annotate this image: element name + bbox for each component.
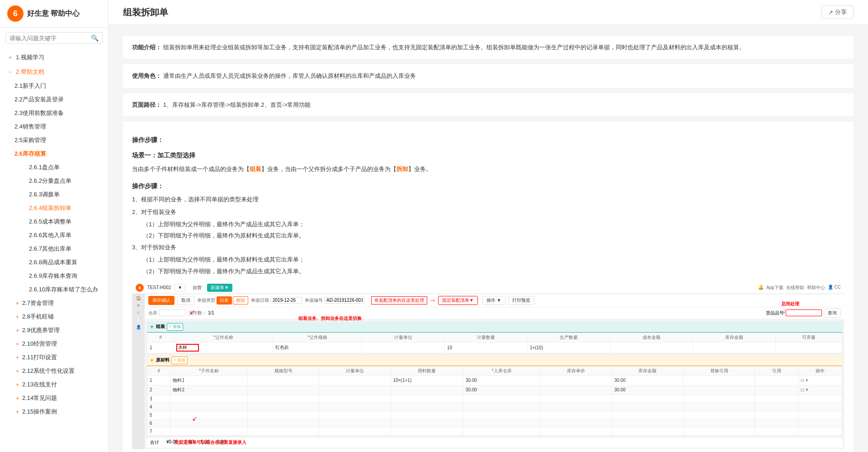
share-button[interactable]: ↗ 分享 <box>821 5 854 19</box>
sidebar-item-video[interactable]: ＋ 1.视频学习 <box>0 50 108 65</box>
sidebar-item-docs-21[interactable]: 2.1新手入门 <box>0 79 108 93</box>
sidebar-item-docs-215[interactable]: ＋ 2.15操作案例 <box>0 405 108 419</box>
main-content: 组装拆卸单 ↗ 分享 功能介绍： 组装拆卸单用来处理企业组装或拆卸等加工业务，支… <box>108 0 868 452</box>
lower-table-body: 1 物料1 10×(1+1) 30.00 30.00 <box>147 376 842 435</box>
sidebar-item-docs-269[interactable]: 2.6.9库存账本查询 <box>7 269 108 283</box>
app-field-warehouse-input[interactable] <box>159 309 186 316</box>
app-type-btn-disassembly[interactable]: 拆卸 <box>233 296 248 305</box>
expand-icon: ＋ <box>7 53 13 62</box>
lower-col-ref: 引用 <box>755 366 798 376</box>
sidebar-item-docs-2610[interactable]: 2.6.10库存账本错了怎么办 <box>7 283 108 296</box>
app-icon-center: 帮助中心 <box>807 285 825 291</box>
upper-row-1: 1 红色款 10 1×(10) <box>147 342 842 353</box>
sidebar-item-label: 2.帮助文档 <box>16 68 44 76</box>
app-tab-ziy[interactable]: 自营 <box>189 284 205 292</box>
lower-row2-del[interactable]: × <box>806 387 808 392</box>
sidebar-item-docs-213[interactable]: ＋ 2.13在线支付 <box>0 378 108 391</box>
sidebar-item-docs-264[interactable]: 2.6.4组装拆卸单 <box>7 201 108 215</box>
app-field-warehouse: 仓库 <box>148 309 186 316</box>
sidebar-sub-label: 2.5采购管理 <box>14 136 46 144</box>
lower-col-name: *子件名称 <box>170 366 247 376</box>
app-btn-save[interactable]: 保存确认 <box>148 296 175 305</box>
arrow-up-left: ↙ <box>190 308 195 315</box>
ops-title: 操作步骤： <box>132 136 844 144</box>
sidebar-sub-label: 2.15操作案例 <box>22 408 57 416</box>
sidebar-sub-label: 2.10经营管理 <box>22 340 57 348</box>
sidebar-item-docs-268[interactable]: 2.6.8商品成本重算 <box>7 256 108 269</box>
sidebar-item-docs-27[interactable]: ＋ 2.7资金管理 <box>0 296 108 310</box>
sidebar-sub2-label: 2.6.1盘点单 <box>29 163 60 171</box>
app-body: 🏠 ≡ ☆ 📄 👤 保存确认 取消 <box>132 294 844 449</box>
lower-row-6: 6 <box>147 419 842 427</box>
sidebar-item-docs-22[interactable]: 2.2产品安装及登录 <box>0 93 108 106</box>
app-field-type: 单据类型 组装 拆卸 <box>197 296 248 305</box>
app-field-qty-value: 1/1 <box>208 310 214 315</box>
nav-section: ＋ 1.视频学习 － 2.帮助文档 2.1新手入门 2.2产品安装及登录 2.3… <box>0 48 108 420</box>
app-input-enable[interactable] <box>786 309 822 316</box>
total-label: 合计 <box>150 439 159 446</box>
app-tab-new[interactable]: 新建单▼ <box>207 284 232 292</box>
sidebar-item-docs-24[interactable]: 2.4销售管理 <box>0 120 108 133</box>
app-btn-print[interactable]: 打印预览 <box>508 296 534 305</box>
upper-input-name[interactable] <box>176 344 199 352</box>
upper-col-no: # <box>147 333 174 342</box>
app-btn-query[interactable]: 查询 <box>824 309 841 318</box>
sidebar-item-docs-214[interactable]: ＋ 2.14常见问题 <box>0 391 108 405</box>
page-title: 组装拆卸单 <box>123 6 168 19</box>
app-lower-header: ▼ 原材料 + 添加 <box>147 355 842 366</box>
app-logo-small: 6 <box>136 284 144 292</box>
sidebar-item-docs-29[interactable]: ＋ 2.9优惠券管理 <box>0 324 108 337</box>
sidebar-sub-label: 2.4销售管理 <box>14 123 46 131</box>
sidebar-item-docs-28[interactable]: ＋ 2.8手机旺铺 <box>0 310 108 324</box>
sidebar-item-docs-262[interactable]: 2.6.2分量盘点单 <box>7 174 108 188</box>
step3-sub2: （2）下部明细为子件明细，最终作为产成品生成其它入库单。 <box>143 266 844 276</box>
app-btn-add-lower[interactable]: + 添加 <box>171 357 188 364</box>
search-box[interactable]: 🔍 <box>5 32 103 44</box>
lower-table-head: # *子件名称 规格型号 计量单位 用料数量 *入库仓库 库存单价 库存金额 <box>147 366 842 376</box>
upper-cell-avail <box>775 342 842 353</box>
app-btn-more[interactable]: 操作 ▼ <box>482 296 505 305</box>
sidebar-item-docs-23[interactable]: 2.3使用前数据准备 <box>0 106 108 120</box>
upper-col-stock: 库存金额 <box>693 333 775 342</box>
lower-section-icon: ▼ <box>150 358 154 363</box>
sidebar-item-docs-265[interactable]: 2.6.5成本调整单 <box>7 215 108 228</box>
sidebar-sub2-label: 2.6.9库存账本查询 <box>29 272 77 280</box>
search-icon[interactable]: 🔍 <box>91 34 99 42</box>
sidebar-item-docs-25[interactable]: 2.5采购管理 <box>0 133 108 147</box>
app-store-selector[interactable]: ▼ <box>175 284 185 291</box>
sidebar-item-docs-210[interactable]: ＋ 2.10经营管理 <box>0 337 108 351</box>
app-btn-cancel[interactable]: 取消 <box>177 296 194 305</box>
expand-icon8: ＋ <box>14 381 20 389</box>
sidebar-item-docs-211[interactable]: ＋ 2.11打印设置 <box>0 351 108 364</box>
sidebar-sub-label: 2.9优惠券管理 <box>22 326 60 334</box>
app-field-date-input[interactable] <box>270 297 302 304</box>
lower-row1-copy[interactable]: □ <box>801 378 804 383</box>
lower-row2-copy[interactable]: □ <box>801 387 804 392</box>
sidebar-item-docs-263[interactable]: 2.6.3调拨单 <box>7 188 108 201</box>
app-company: TEST-H002 <box>147 285 171 290</box>
app-btn-fixed-list[interactable]: 固定装配清单▼ <box>438 296 478 305</box>
app-field-docno-input[interactable] <box>324 297 365 304</box>
lower-section-title: 原材料 <box>156 357 170 363</box>
app-field-date: 单据日期 <box>251 297 302 304</box>
sidebar-item-docs-212[interactable]: ＋ 2.12系统个性化设置 <box>0 364 108 378</box>
lower-row1-del[interactable]: × <box>806 378 808 383</box>
search-input[interactable] <box>9 35 91 42</box>
sidebar-item-docs-267[interactable]: 2.6.7其他出库单 <box>7 242 108 256</box>
sidebar-item-docs[interactable]: － 2.帮助文档 <box>0 65 108 79</box>
app-upper-header: ▼ 组装 + 添加 <box>147 322 842 333</box>
lower-col-price: 库存单价 <box>540 366 612 376</box>
lower-col-replace: 替换引用 <box>684 366 755 376</box>
upper-cell-stock <box>693 342 775 353</box>
sidebar-item-docs-266[interactable]: 2.6.6其他入库单 <box>7 228 108 242</box>
scene1-desc: 当由多个子件材料组装成一个成品的业务为【组装】业务，当由一个父件拆分成多个子产品… <box>132 163 844 175</box>
step3-subs: （1）上部明细为父件明细，最终作为原材料生成其它出库单； （2）下部明细为子件明… <box>132 254 844 276</box>
sidebar-item-docs-261[interactable]: 2.6.1盘点单 <box>7 161 108 174</box>
lower-col-amount: 库存金额 <box>612 366 683 376</box>
sidebar-item-docs-26[interactable]: 2.6库存核算 <box>0 147 108 161</box>
sidebar-sub2-label: 2.6.3调拨单 <box>29 190 60 199</box>
app-type-btn-assembly[interactable]: 组装 <box>217 296 232 305</box>
app-logo: 6 <box>7 5 24 22</box>
app-btn-add-upper[interactable]: + 添加 <box>167 323 183 331</box>
lower-row-3: 3 <box>147 395 842 403</box>
